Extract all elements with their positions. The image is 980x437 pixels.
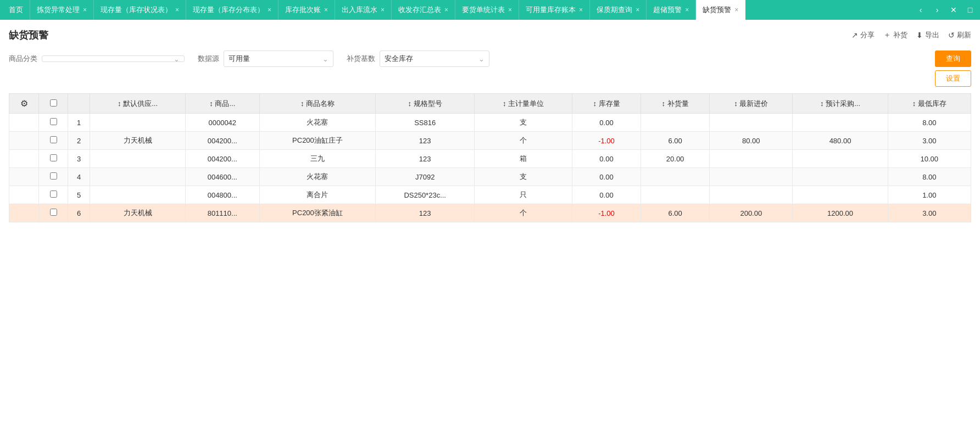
table-row: 6力天机械801110...PC200张紧油缸123个-1.006.00200.…: [9, 204, 971, 222]
col-sort-spec[interactable]: ↕ 规格型号: [408, 99, 442, 109]
col-header-spec[interactable]: ↕ 规格型号: [375, 94, 474, 114]
cell-gear: [9, 132, 39, 150]
cell-goods_code: 004200...: [185, 132, 259, 150]
col-sort-unit[interactable]: ↕ 主计量单位: [503, 99, 544, 109]
cell-gear: [9, 204, 39, 222]
col-header-unit[interactable]: ↕ 主计量单位: [475, 94, 572, 114]
tab-requisition[interactable]: 要货单统计表×: [455, 0, 519, 20]
tab-close-expiry[interactable]: ×: [636, 6, 639, 14]
tab-close-inventory-status[interactable]: ×: [175, 6, 179, 14]
col-label-unit: ↕ 主计量单位: [503, 99, 544, 109]
col-header-default_supplier[interactable]: ↕ 默认供应...: [90, 94, 185, 114]
tab-next-button[interactable]: ›: [929, 2, 945, 18]
chevron-down-icon: ⌄: [174, 55, 180, 63]
tab-flow[interactable]: 出入库流水×: [335, 0, 392, 20]
cell-checkbox[interactable]: [39, 204, 68, 222]
col-sort-goods_code[interactable]: ↕ 商品...: [209, 99, 235, 109]
tab-expiry[interactable]: 保质期查询×: [590, 0, 647, 20]
header-actions: ↗分享＋补货⬇导出↺刷新: [851, 30, 971, 40]
row-checkbox[interactable]: [50, 209, 57, 216]
row-checkbox[interactable]: [50, 172, 57, 180]
data-table: ⚙↕ 默认供应...↕ 商品...↕ 商品名称↕ 规格型号↕ 主计量单位↕ 库存…: [9, 93, 971, 222]
col-sort-replenish_qty[interactable]: ↕ 补货量: [662, 99, 689, 109]
tab-label-inventory-dist: 现存量（库存分布表）: [193, 5, 264, 15]
cell-default_supplier: 力天机械: [90, 132, 185, 150]
tab-exception[interactable]: 拣货异常处理×: [30, 0, 94, 20]
col-header-gear: ⚙: [9, 94, 39, 114]
tab-bar: 首页拣货异常处理×现存量（库存状况表）×现存量（库存分布表）×库存批次账×出入库…: [0, 0, 980, 20]
refresh-action[interactable]: ↺刷新: [948, 30, 971, 40]
tab-close-inventory-dist[interactable]: ×: [268, 6, 271, 14]
replenish-action[interactable]: ＋补货: [883, 30, 907, 40]
filter-replenish-group: 补货基数 安全库存 ⌄: [347, 51, 489, 67]
row-checkbox[interactable]: [50, 154, 57, 161]
tab-overstock[interactable]: 超储预警×: [647, 0, 696, 20]
col-label-latest_price: ↕ 最新进价: [734, 99, 768, 109]
cell-min_stock: 8.00: [888, 114, 971, 132]
tab-prev-button[interactable]: ‹: [913, 2, 928, 18]
filter-replenish-value: 安全库存: [385, 54, 413, 64]
cell-stock: 0.00: [572, 186, 641, 204]
row-checkbox[interactable]: [50, 118, 57, 125]
row-checkbox[interactable]: [50, 191, 57, 198]
settings-button[interactable]: 设置: [935, 70, 971, 87]
cell-spec: DS250*23c...: [375, 186, 474, 204]
gear-icon[interactable]: ⚙: [20, 99, 28, 108]
col-sort-min_stock[interactable]: ↕ 最低库存: [912, 99, 946, 109]
cell-stock: 0.00: [572, 150, 641, 168]
tab-close-batch-account[interactable]: ×: [324, 6, 328, 14]
select-all-checkbox[interactable]: [50, 99, 57, 107]
col-sort-stock[interactable]: ↕ 库存量: [593, 99, 620, 109]
filter-replenish-select[interactable]: 安全库存 ⌄: [380, 51, 489, 67]
tab-close-requisition[interactable]: ×: [508, 6, 512, 14]
filter-datasource-select[interactable]: 可用量 ⌄: [224, 51, 333, 67]
share-action[interactable]: ↗分享: [851, 30, 875, 40]
cell-default_supplier: [90, 114, 185, 132]
cell-latest_price: [710, 114, 793, 132]
col-sort-goods_name[interactable]: ↕ 商品名称: [300, 99, 335, 109]
col-label-default_supplier: ↕ 默认供应...: [118, 99, 158, 109]
tab-label-expiry: 保质期查询: [597, 5, 632, 15]
query-button[interactable]: 查询: [935, 51, 971, 67]
cell-checkbox[interactable]: [39, 114, 68, 132]
tab-close-all-button[interactable]: ✕: [946, 2, 961, 18]
col-header-goods_code[interactable]: ↕ 商品...: [185, 94, 259, 114]
tab-collect[interactable]: 收发存汇总表×: [392, 0, 455, 20]
cell-unit: 支: [475, 168, 572, 186]
tab-shortage[interactable]: 缺货预警×: [696, 0, 745, 20]
cell-checkbox[interactable]: [39, 168, 68, 186]
cell-checkbox[interactable]: [39, 132, 68, 150]
col-sort-latest_price[interactable]: ↕ 最新进价: [734, 99, 768, 109]
tab-fullscreen-button[interactable]: □: [962, 2, 978, 18]
tab-close-shortage[interactable]: ×: [734, 6, 738, 14]
col-sort-default_supplier[interactable]: ↕ 默认供应...: [118, 99, 158, 109]
cell-checkbox[interactable]: [39, 186, 68, 204]
tab-home[interactable]: 首页: [2, 0, 30, 20]
col-header-goods_name[interactable]: ↕ 商品名称: [259, 94, 375, 114]
col-header-stock[interactable]: ↕ 库存量: [572, 94, 641, 114]
filter-category-select[interactable]: ⌄: [42, 55, 185, 62]
col-header-latest_price[interactable]: ↕ 最新进价: [710, 94, 793, 114]
row-checkbox[interactable]: [50, 136, 57, 143]
col-header-estimated_purchase[interactable]: ↕ 预计采购...: [793, 94, 888, 114]
cell-stock: -1.00: [572, 204, 641, 222]
tab-close-overstock[interactable]: ×: [685, 6, 689, 14]
share-icon: ↗: [851, 31, 858, 40]
tab-available-ledger[interactable]: 可用量库存账本×: [519, 0, 590, 20]
cell-gear: [9, 114, 39, 132]
col-sort-estimated_purchase[interactable]: ↕ 预计采购...: [820, 99, 860, 109]
tab-batch-account[interactable]: 库存批次账×: [279, 0, 335, 20]
tab-inventory-dist[interactable]: 现存量（库存分布表）×: [186, 0, 279, 20]
tab-close-available-ledger[interactable]: ×: [579, 6, 583, 14]
cell-checkbox[interactable]: [39, 150, 68, 168]
export-action[interactable]: ⬇导出: [916, 30, 939, 40]
tab-label-home: 首页: [9, 5, 23, 15]
tab-close-flow[interactable]: ×: [381, 6, 385, 14]
tab-inventory-status[interactable]: 现存量（库存状况表）×: [94, 0, 186, 20]
tab-close-collect[interactable]: ×: [444, 6, 448, 14]
col-header-min_stock[interactable]: ↕ 最低库存: [888, 94, 971, 114]
tab-label-available-ledger: 可用量库存账本: [526, 5, 576, 15]
col-header-replenish_qty[interactable]: ↕ 补货量: [641, 94, 710, 114]
table-row: 3004200...三九123箱0.0020.0010.00: [9, 150, 971, 168]
tab-close-exception[interactable]: ×: [83, 6, 87, 14]
